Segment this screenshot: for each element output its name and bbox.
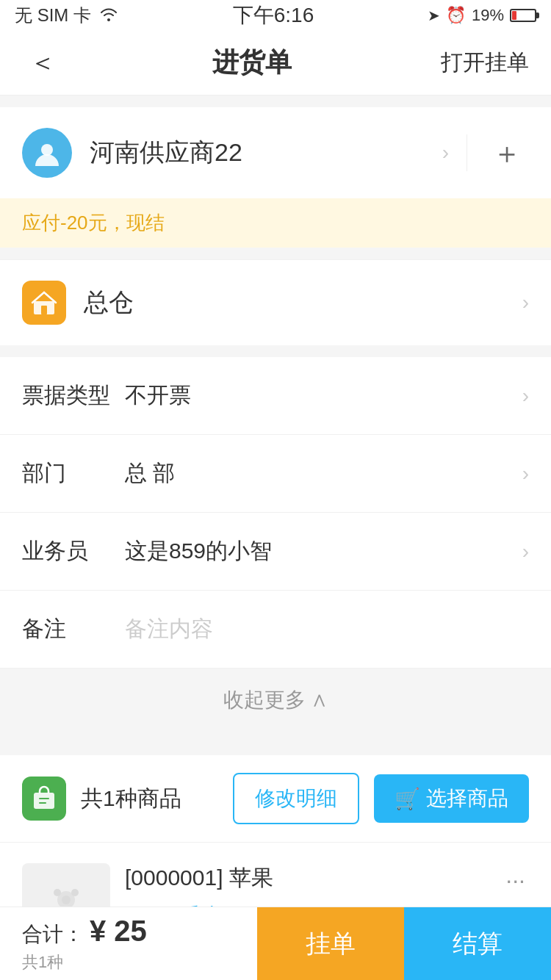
carrier-label: 无 SIM 卡 [15, 4, 91, 27]
department-label: 部门 [22, 458, 125, 489]
total-section: 合计： ¥ 25 共1种 [0, 907, 257, 980]
bottom-bar: 合计： ¥ 25 共1种 挂单 结算 [0, 907, 551, 980]
status-bar-left: 无 SIM 卡 [15, 4, 119, 27]
status-bar-right: ➤ ⏰ 19% [428, 6, 536, 25]
product-code: [0000001] [125, 865, 229, 890]
supplier-avatar [22, 128, 72, 178]
product-divider [0, 732, 551, 743]
alarm-icon: ⏰ [446, 6, 466, 25]
supplier-section: 河南供应商22 › ＋ 应付-20元，现结 [0, 107, 551, 248]
total-label: 合计： [22, 920, 84, 948]
vertical-divider [467, 134, 467, 171]
product-icon [22, 777, 66, 821]
invoice-type-value: 不开票 [125, 381, 522, 411]
chevron-right-icon: › [442, 141, 449, 165]
hang-button[interactable]: 挂单 [257, 907, 404, 980]
battery-icon [510, 9, 536, 22]
select-product-label: 选择商品 [426, 785, 508, 813]
status-bar: 无 SIM 卡 下午6:16 ➤ ⏰ 19% [0, 0, 551, 31]
notice-text: 应付-20元，现结 [22, 212, 165, 234]
product-header: 共1种商品 修改明细 🛒 选择商品 [0, 755, 551, 842]
total-sub: 共1种 [22, 951, 235, 973]
supplier-row[interactable]: 河南供应商22 › ＋ [0, 107, 551, 198]
wifi-icon [98, 5, 119, 26]
battery-percent: 19% [472, 6, 504, 25]
invoice-chevron-icon: › [522, 384, 529, 408]
warehouse-icon [22, 281, 66, 325]
svg-rect-3 [34, 793, 54, 809]
product-count: 共1种商品 [81, 784, 218, 814]
salesperson-chevron-icon: › [522, 540, 529, 563]
salesperson-value: 这是859的小智 [125, 536, 522, 566]
supplier-name: 河南供应商22 [90, 136, 442, 170]
remark-row[interactable]: 备注 备注内容 [0, 591, 551, 669]
svg-point-8 [71, 889, 79, 896]
collapse-bar[interactable]: 收起更多 ∧ [0, 669, 551, 732]
salesperson-label: 业务员 [22, 536, 125, 566]
open-hang-button[interactable]: 打开挂单 [441, 48, 529, 78]
add-button[interactable]: ＋ [485, 129, 529, 177]
invoice-type-label: 票据类型 [22, 381, 125, 411]
nav-bar: ＜ 进货单 打开挂单 [0, 31, 551, 96]
department-row[interactable]: 部门 总 部 › [0, 435, 551, 513]
warehouse-section: 总仓 › [0, 259, 551, 345]
status-time: 下午6:16 [233, 1, 314, 29]
warehouse-divider [0, 248, 551, 259]
top-divider [0, 96, 551, 107]
notice-bar: 应付-20元，现结 [0, 198, 551, 248]
product-more-button[interactable]: ··· [502, 863, 529, 898]
salesperson-row[interactable]: 业务员 这是859的小智 › [0, 513, 551, 591]
total-value: ¥ 25 [90, 915, 147, 948]
total-main: 合计： ¥ 25 [22, 915, 235, 948]
remark-label: 备注 [22, 614, 125, 644]
warehouse-row[interactable]: 总仓 › [0, 259, 551, 345]
checkout-button[interactable]: 结算 [404, 907, 551, 980]
product-title: 苹果 [229, 865, 273, 890]
svg-rect-2 [41, 306, 47, 314]
remark-input[interactable]: 备注内容 [125, 614, 529, 644]
svg-point-5 [62, 896, 71, 904]
svg-point-0 [41, 144, 53, 156]
product-name: [0000001] 苹果 [125, 863, 487, 893]
location-icon: ➤ [428, 7, 440, 24]
svg-point-7 [54, 889, 61, 896]
warehouse-chevron-icon: › [522, 291, 529, 314]
select-product-button[interactable]: 🛒 选择商品 [374, 774, 529, 823]
select-product-icon: 🛒 [395, 787, 420, 811]
back-button[interactable]: ＜ [22, 37, 63, 88]
department-chevron-icon: › [522, 462, 529, 486]
form-section: 票据类型 不开票 › 部门 总 部 › 业务员 这是859的小智 › 备注 备注… [0, 357, 551, 669]
collapse-label: 收起更多 ∧ [223, 688, 328, 711]
warehouse-name: 总仓 [84, 286, 522, 320]
page-title: 进货单 [212, 45, 292, 81]
department-value: 总 部 [125, 458, 522, 489]
invoice-type-row[interactable]: 票据类型 不开票 › [0, 357, 551, 435]
edit-detail-button[interactable]: 修改明细 [233, 773, 359, 824]
